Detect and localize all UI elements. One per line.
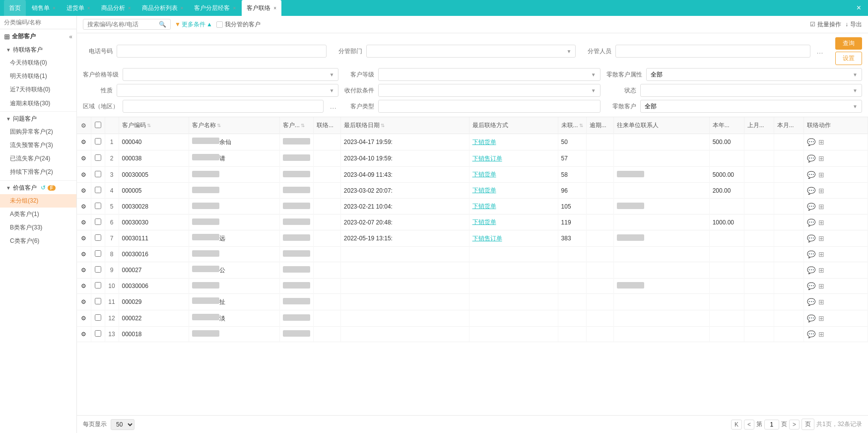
grid-action-icon[interactable]: ⊞ xyxy=(818,282,824,290)
filter-search-input[interactable] xyxy=(87,21,157,28)
chat-icon[interactable]: 💬 xyxy=(807,218,815,226)
row-select-checkbox[interactable] xyxy=(95,187,101,193)
col-name[interactable]: 客户名称⇅ xyxy=(189,117,279,134)
chat-icon[interactable]: 💬 xyxy=(807,171,815,179)
chat-icon[interactable]: 💬 xyxy=(807,187,815,195)
row-checkbox[interactable] xyxy=(91,199,105,215)
row-select-checkbox[interactable] xyxy=(95,282,101,289)
col-last-month[interactable]: 上月... xyxy=(744,117,774,134)
person-dots-button[interactable]: … xyxy=(814,47,825,55)
row-select-checkbox[interactable] xyxy=(95,250,101,257)
tab-customer-contact-close[interactable]: × xyxy=(273,5,276,11)
tab-product-analysis-close[interactable]: × xyxy=(128,5,131,11)
row-checkbox[interactable] xyxy=(91,279,105,294)
contact-method-link[interactable]: 下销售订单 xyxy=(472,155,502,162)
tab-sales-close[interactable]: × xyxy=(53,5,56,11)
chat-icon[interactable]: 💬 xyxy=(807,203,815,211)
grid-action-icon[interactable]: ⊞ xyxy=(818,298,824,306)
grid-action-icon[interactable]: ⊞ xyxy=(818,266,824,274)
row-select-checkbox[interactable] xyxy=(95,218,101,225)
row-select-checkbox[interactable] xyxy=(95,138,101,144)
select-all-checkbox[interactable] xyxy=(95,122,101,128)
prev-page-button[interactable]: < xyxy=(744,420,754,430)
sidebar-item-ungroup[interactable]: 未分组(32) xyxy=(0,194,76,208)
row-gear[interactable]: ⚙ xyxy=(77,294,91,310)
grid-action-icon[interactable]: ⊞ xyxy=(818,314,824,322)
grid-action-icon[interactable]: ⊞ xyxy=(818,234,824,242)
sidebar-item-a-class[interactable]: A类客户(1) xyxy=(0,208,76,221)
page-size-select[interactable]: 50 xyxy=(111,419,134,430)
contact-method-link[interactable]: 下销货单 xyxy=(472,171,496,178)
col-company-contact[interactable]: 往来单位联系人 xyxy=(613,117,709,134)
sidebar-collapse-button[interactable]: « xyxy=(69,33,72,40)
price-level-select[interactable]: ▼ xyxy=(123,68,338,81)
tab-product-analysis[interactable]: 商品分析 × xyxy=(96,0,136,16)
sidebar-item-abnormal-purchase[interactable]: 固购异常客户(2) xyxy=(0,125,76,139)
chat-icon[interactable]: 💬 xyxy=(807,298,815,306)
tab-sales[interactable]: 销售单 × xyxy=(27,0,61,16)
row-checkbox[interactable] xyxy=(91,215,105,230)
col-code[interactable]: 客户编码⇅ xyxy=(119,117,189,134)
col-contact-action[interactable]: 联络动作 xyxy=(803,117,868,134)
sidebar-item-week[interactable]: 近7天待联络(0) xyxy=(0,83,76,96)
tab-product-analysis-list-close[interactable]: × xyxy=(181,5,184,11)
sidebar-item-hold-order[interactable]: 持续下滑客户(2) xyxy=(0,165,76,179)
query-button[interactable]: 查询 xyxy=(835,37,862,50)
last-page-button[interactable]: 页 xyxy=(801,419,814,430)
all-customers-header[interactable]: ⊞ 全部客户 « xyxy=(0,29,76,44)
chat-icon[interactable]: 💬 xyxy=(807,138,815,146)
col-checkbox[interactable] xyxy=(91,117,105,134)
col-extra[interactable]: 客户...⇅ xyxy=(279,117,313,134)
gender-select[interactable]: ▼ xyxy=(117,84,338,97)
row-checkbox[interactable] xyxy=(91,262,105,279)
row-gear[interactable]: ⚙ xyxy=(77,247,91,262)
row-gear[interactable]: ⚙ xyxy=(77,327,91,342)
row-select-checkbox[interactable] xyxy=(95,330,101,337)
row-gear[interactable]: ⚙ xyxy=(77,310,91,327)
customer-level-select[interactable]: ▼ xyxy=(378,68,600,81)
tab-customer-segment[interactable]: 客户分层经客 × xyxy=(189,0,241,16)
row-select-checkbox[interactable] xyxy=(95,266,101,273)
chat-icon[interactable]: 💬 xyxy=(807,266,815,274)
chat-icon[interactable]: 💬 xyxy=(807,282,815,290)
col-gear[interactable]: ⚙ xyxy=(77,117,91,134)
row-gear[interactable]: ⚙ xyxy=(77,262,91,279)
chat-icon[interactable]: 💬 xyxy=(807,314,815,322)
sidebar-group-value[interactable]: ▼ 价值客户 ↺ F xyxy=(0,182,76,194)
row-select-checkbox[interactable] xyxy=(95,234,101,241)
sidebar-item-overdue[interactable]: 逾期未联络(30) xyxy=(0,97,76,110)
tab-purchase[interactable]: 进货单 × xyxy=(62,0,95,16)
chat-icon[interactable]: 💬 xyxy=(807,234,815,242)
grid-action-icon[interactable]: ⊞ xyxy=(818,138,824,146)
filter-search-icon[interactable]: 🔍 xyxy=(159,21,166,28)
row-checkbox[interactable] xyxy=(91,150,105,167)
col-last-contact-method[interactable]: 最后联络方式 xyxy=(469,117,558,134)
contact-method-link[interactable]: 下销货单 xyxy=(472,218,496,225)
row-gear[interactable]: ⚙ xyxy=(77,183,91,199)
sidebar-item-today[interactable]: 今天待联络(0) xyxy=(0,56,76,70)
close-all-tabs-button[interactable]: × xyxy=(854,3,864,12)
grid-action-icon[interactable]: ⊞ xyxy=(818,203,824,211)
region-select[interactable] xyxy=(123,100,324,113)
col-no-contact[interactable]: 未联...⇅ xyxy=(558,117,586,134)
grid-action-icon[interactable]: ⊞ xyxy=(818,250,824,258)
row-select-checkbox[interactable] xyxy=(95,171,101,177)
grid-action-icon[interactable]: ⊞ xyxy=(818,330,824,338)
tab-home[interactable]: 首页 xyxy=(4,0,26,16)
row-select-checkbox[interactable] xyxy=(95,298,101,304)
chat-icon[interactable]: 💬 xyxy=(807,154,815,162)
row-checkbox[interactable] xyxy=(91,327,105,342)
sidebar-group-problem[interactable]: ▼ 问题客户 xyxy=(0,113,76,125)
col-this-year[interactable]: 本年... xyxy=(709,117,744,134)
retail-customer-select[interactable]: 全部 ▼ xyxy=(640,100,862,113)
row-checkbox[interactable] xyxy=(91,247,105,262)
chat-icon[interactable]: 💬 xyxy=(807,250,815,258)
customer-type-input[interactable] xyxy=(378,100,600,113)
col-contact[interactable]: 联络... xyxy=(313,117,340,134)
next-page-button[interactable]: > xyxy=(789,420,800,430)
sidebar-item-c-class[interactable]: C类客户(6) xyxy=(0,234,76,248)
grid-action-icon[interactable]: ⊞ xyxy=(818,187,824,195)
row-checkbox[interactable] xyxy=(91,230,105,247)
status-select[interactable]: ▼ xyxy=(640,84,862,97)
person-select[interactable] xyxy=(615,45,810,58)
